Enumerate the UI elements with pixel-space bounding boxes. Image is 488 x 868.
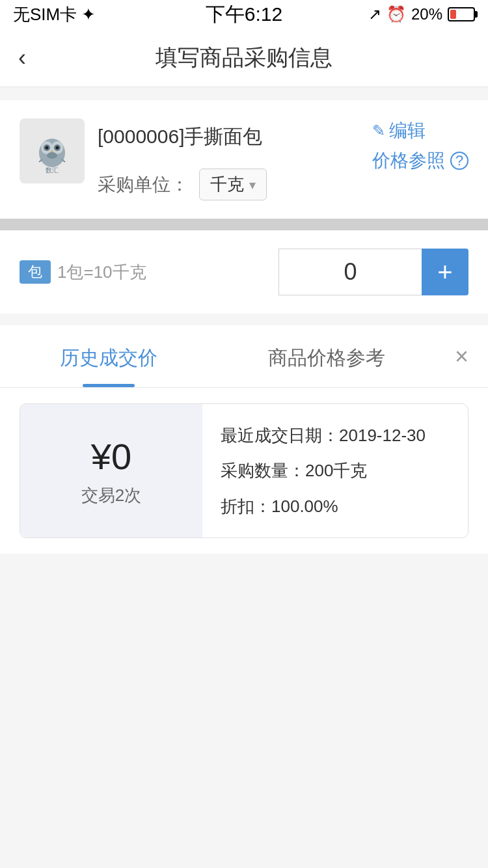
tab-area: 历史成交价 商品价格参考 × ¥0 交易2次 最近成交日期：2019-12-30… [0,325,488,554]
quantity-row: 包 1包=10千克 + [0,230,488,314]
scroll-divider [0,219,488,230]
package-icon: 包 [20,260,51,284]
price-ref-row: 价格参照 ? [372,148,468,173]
svg-text:数汇: 数汇 [46,167,59,174]
tab-price-reference[interactable]: 商品价格参考 [217,325,435,387]
tab-history-price-label: 历史成交价 [60,347,157,368]
svg-point-5 [46,146,49,150]
product-unit-row: 采购单位： 千克 ▾ [98,169,267,200]
product-card: 数汇 [0000006]手撕面包 采购单位： 千克 ▾ ✎ 编辑 [0,100,488,219]
edit-label: 编辑 [389,118,426,143]
svg-point-7 [47,152,57,159]
main-background [0,554,488,868]
quantity-input-area: + [278,249,468,295]
edit-button[interactable]: ✎ 编辑 [372,118,468,143]
product-left: 数汇 [0000006]手撕面包 采购单位： 千克 ▾ [20,118,267,200]
history-price: ¥0 [91,435,131,478]
close-button[interactable]: × [435,343,488,370]
price-symbol: ¥ [91,436,111,477]
price-value: 0 [111,436,131,477]
unit-label: 采购单位： [98,172,189,197]
unit-select[interactable]: 千克 ▾ [199,169,267,200]
quantity-unit-info: 包 1包=10千克 [20,260,146,284]
date-label: 最近成交日期： [221,426,339,445]
location-icon: ↗ [368,5,381,23]
nav-bar: ‹ 填写商品采购信息 [0,29,488,87]
price-ref-button[interactable]: 价格参照 ? [372,148,468,173]
carrier-text: 无SIM卡 ✦ [13,3,96,26]
discount-value: 100.00% [271,496,338,516]
battery-percent: 20% [411,5,442,23]
battery-icon [448,7,475,21]
pkg-label: 包 [28,262,42,282]
unit-conversion: 1包=10千克 [57,261,146,284]
status-right: ↗ ⏰ 20% [368,5,475,23]
history-right: 最近成交日期：2019-12-30 采购数量：200千克 折扣：100.00% [202,404,468,537]
qty-label: 采购数量： [221,461,305,480]
status-time: 下午6:12 [206,1,282,28]
help-icon: ? [450,152,468,170]
quantity-plus-button[interactable]: + [422,249,468,295]
history-content: ¥0 交易2次 最近成交日期：2019-12-30 采购数量：200千克 折扣：… [0,388,488,554]
status-left: 无SIM卡 ✦ [13,3,96,26]
tab-price-reference-label: 商品价格参考 [268,347,385,368]
discount-label: 折扣： [221,496,271,516]
history-card: ¥0 交易2次 最近成交日期：2019-12-30 采购数量：200千克 折扣：… [20,403,468,538]
chevron-down-icon: ▾ [249,177,256,193]
product-image-icon: 数汇 [29,128,75,174]
product-thumbnail: 数汇 [20,118,85,183]
price-ref-label: 价格参照 [372,148,445,173]
status-bar: 无SIM卡 ✦ 下午6:12 ↗ ⏰ 20% [0,0,488,29]
alarm-icon: ⏰ [386,5,406,23]
history-left: ¥0 交易2次 [20,404,202,537]
quantity-input[interactable] [278,249,422,295]
qty-value: 200千克 [305,461,367,480]
svg-point-6 [56,146,59,150]
product-info: [0000006]手撕面包 采购单位： 千克 ▾ [98,118,267,200]
history-trades: 交易2次 [81,484,141,507]
unit-value: 千克 [210,173,244,196]
page-title: 填写商品采购信息 [156,43,332,73]
tab-history-price[interactable]: 历史成交价 [0,325,217,387]
date-value: 2019-12-30 [339,426,426,445]
history-qty-row: 采购数量：200千克 [221,459,450,482]
product-header: 数汇 [0000006]手撕面包 采购单位： 千克 ▾ ✎ 编辑 [20,118,468,200]
edit-icon: ✎ [372,122,385,140]
history-date-row: 最近成交日期：2019-12-30 [221,424,450,447]
product-right: ✎ 编辑 价格参照 ? [372,118,468,173]
back-button[interactable]: ‹ [18,44,26,72]
history-discount-row: 折扣：100.00% [221,495,450,518]
product-name: [0000006]手撕面包 [98,124,267,150]
tab-row: 历史成交价 商品价格参考 × [0,325,488,388]
